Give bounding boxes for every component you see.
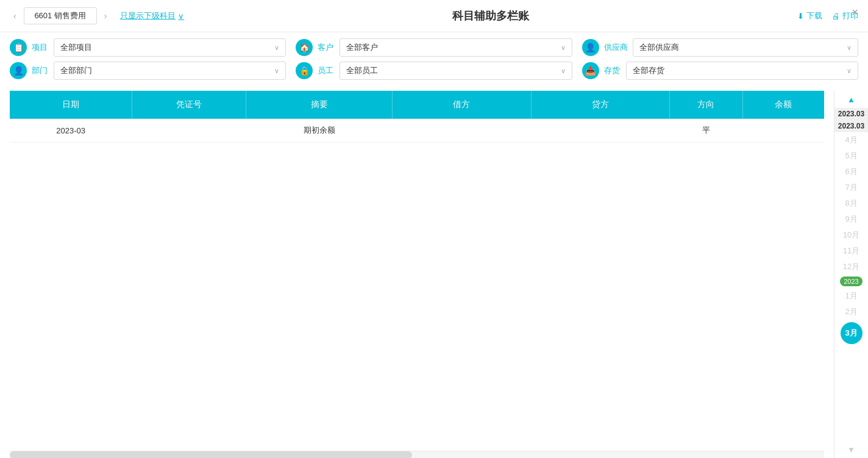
inventory-icon: 📥 bbox=[582, 62, 599, 79]
supplier-value: 全部供应商 bbox=[639, 42, 679, 53]
supplier-label: 供应商 bbox=[604, 42, 628, 53]
filter-project: 📋 项目 全部项目 ∨ bbox=[10, 38, 286, 57]
cell-credit bbox=[531, 119, 669, 143]
show-sub-arrow: ∨ bbox=[178, 12, 184, 21]
project-label: 项目 bbox=[32, 42, 49, 53]
table-header-row: 日期 凭证号 摘要 借方 贷方 方向 余额 bbox=[10, 91, 824, 119]
cell-summary: 期初余额 bbox=[246, 119, 392, 143]
account-nav: ‹ 6601 销售费用 › bbox=[10, 7, 110, 24]
filter-customer: 🏠 客户 全部客户 ∨ bbox=[296, 38, 572, 57]
cell-debit bbox=[393, 119, 531, 143]
download-label: 下载 bbox=[806, 10, 822, 21]
cell-date: 2023-03 bbox=[10, 119, 132, 143]
main-content: 日期 凭证号 摘要 借方 贷方 方向 余额 2023-03 bbox=[0, 91, 868, 458]
inventory-select[interactable]: 全部存货 ∨ bbox=[626, 62, 858, 80]
project-icon: 📋 bbox=[10, 39, 27, 56]
filter-department: 👤 部门 全部部门 ∨ bbox=[10, 62, 286, 80]
cell-direction: 平 bbox=[669, 119, 742, 143]
col-date: 日期 bbox=[10, 91, 132, 119]
table-container[interactable]: 日期 凭证号 摘要 借方 贷方 方向 余额 2023-03 bbox=[10, 91, 824, 451]
department-arrow: ∨ bbox=[274, 67, 279, 75]
close-button[interactable]: × bbox=[852, 6, 858, 19]
content-area: 日期 凭证号 摘要 借方 贷方 方向 余额 2023-03 bbox=[0, 91, 834, 458]
timeline-item-3-wrap[interactable]: 3月 bbox=[834, 320, 868, 347]
supplier-arrow: ∨ bbox=[847, 44, 852, 52]
timeline-item-10[interactable]: 10月 bbox=[834, 227, 868, 243]
department-icon: 👤 bbox=[10, 62, 27, 79]
project-arrow: ∨ bbox=[274, 44, 279, 52]
col-credit: 贷方 bbox=[531, 91, 669, 119]
customer-label: 客户 bbox=[318, 42, 335, 53]
department-label: 部门 bbox=[32, 65, 49, 76]
filter-row-2: 👤 部门 全部部门 ∨ 🔒 员工 全部员工 ∨ 📥 存货 全部存货 bbox=[10, 62, 858, 80]
filter-employee: 🔒 员工 全部员工 ∨ bbox=[296, 62, 572, 80]
col-summary: 摘要 bbox=[246, 91, 392, 119]
timeline-item-1[interactable]: 1月 bbox=[834, 288, 868, 304]
department-value: 全部部门 bbox=[60, 65, 92, 76]
bottom-scrollbar[interactable] bbox=[10, 451, 824, 458]
timeline-sidebar: ▲ 2023.03 2023.03 4月 5月 6月 7月 8月 9月 10月 … bbox=[834, 91, 868, 458]
col-direction: 方向 bbox=[669, 91, 742, 119]
customer-value: 全部客户 bbox=[346, 42, 378, 53]
print-icon: 🖨 bbox=[832, 12, 840, 21]
table-section: 日期 凭证号 摘要 借方 贷方 方向 余额 2023-03 bbox=[10, 91, 824, 451]
customer-select[interactable]: 全部客户 ∨ bbox=[340, 38, 572, 57]
main-container: × ‹ 6601 销售费用 › 只显示下级科目 ∨ 科目辅助多栏账 ⬇ 下载 🖨… bbox=[0, 0, 868, 458]
timeline-item-7[interactable]: 7月 bbox=[834, 180, 868, 196]
employee-label: 员工 bbox=[318, 65, 335, 76]
account-code: 6601 销售费用 bbox=[24, 7, 97, 24]
timeline-item-5[interactable]: 5月 bbox=[834, 148, 868, 164]
table-row: 2023-03 期初余额 平 bbox=[10, 119, 824, 143]
timeline-item-2023-03-second[interactable]: 2023.03 bbox=[834, 120, 868, 132]
filter-row-1: 📋 项目 全部项目 ∨ 🏠 客户 全部客户 ∨ 👤 供应商 全部供应 bbox=[10, 38, 858, 57]
col-balance: 余额 bbox=[742, 91, 824, 119]
supplier-icon: 👤 bbox=[582, 39, 599, 56]
show-sub-button[interactable]: 只显示下级科目 ∨ bbox=[120, 10, 184, 21]
next-account-button[interactable]: › bbox=[101, 10, 111, 22]
customer-icon: 🏠 bbox=[296, 39, 313, 56]
timeline-item-11[interactable]: 11月 bbox=[834, 243, 868, 259]
actions-area: ⬇ 下载 🖨 打印 bbox=[797, 10, 858, 21]
employee-icon: 🔒 bbox=[296, 62, 313, 79]
timeline-item-2[interactable]: 2月 bbox=[834, 304, 868, 320]
employee-select[interactable]: 全部员工 ∨ bbox=[340, 62, 572, 80]
timeline-item-2023-03-first[interactable]: 2023.03 bbox=[834, 108, 868, 120]
col-debit: 借方 bbox=[393, 91, 531, 119]
year-badge-area: 2023 bbox=[840, 275, 862, 288]
page-title: 科目辅助多栏账 bbox=[184, 9, 797, 23]
project-value: 全部项目 bbox=[60, 42, 92, 53]
download-button[interactable]: ⬇ 下载 bbox=[797, 10, 822, 21]
employee-arrow: ∨ bbox=[561, 67, 566, 75]
scroll-thumb[interactable] bbox=[10, 451, 412, 458]
inventory-value: 全部存货 bbox=[633, 65, 664, 76]
top-bar: ‹ 6601 销售费用 › 只显示下级科目 ∨ 科目辅助多栏账 ⬇ 下载 🖨 打… bbox=[0, 0, 868, 32]
timeline-item-12[interactable]: 12月 bbox=[834, 259, 868, 275]
supplier-select[interactable]: 全部供应商 ∨ bbox=[633, 38, 858, 57]
department-select[interactable]: 全部部门 ∨ bbox=[54, 62, 286, 80]
cell-balance bbox=[742, 119, 824, 143]
cell-voucher bbox=[132, 119, 246, 143]
prev-account-button[interactable]: ‹ bbox=[10, 10, 20, 22]
filter-section: 📋 项目 全部项目 ∨ 🏠 客户 全部客户 ∨ 👤 供应商 全部供应 bbox=[0, 32, 868, 91]
timeline-item-3-circle[interactable]: 3月 bbox=[841, 322, 863, 344]
show-sub-label: 只显示下级科目 bbox=[120, 10, 176, 21]
timeline-item-9[interactable]: 9月 bbox=[834, 211, 868, 227]
employee-value: 全部员工 bbox=[346, 65, 378, 76]
inventory-arrow: ∨ bbox=[847, 67, 852, 75]
filter-inventory: 📥 存货 全部存货 ∨ bbox=[582, 62, 858, 80]
filter-supplier: 👤 供应商 全部供应商 ∨ bbox=[582, 38, 858, 57]
timeline-item-8[interactable]: 8月 bbox=[834, 196, 868, 211]
data-table: 日期 凭证号 摘要 借方 贷方 方向 余额 2023-03 bbox=[10, 91, 824, 143]
timeline-item-4[interactable]: 4月 bbox=[834, 132, 868, 148]
download-icon: ⬇ bbox=[797, 12, 804, 21]
project-select[interactable]: 全部项目 ∨ bbox=[54, 38, 286, 57]
timeline-up-arrow[interactable]: ▲ bbox=[834, 91, 868, 108]
col-voucher: 凭证号 bbox=[132, 91, 246, 119]
timeline-item-6[interactable]: 6月 bbox=[834, 164, 868, 180]
timeline-down-arrow[interactable]: ▼ bbox=[834, 441, 868, 458]
year-badge: 2023 bbox=[840, 277, 862, 286]
inventory-label: 存货 bbox=[604, 65, 621, 76]
customer-arrow: ∨ bbox=[561, 44, 566, 52]
